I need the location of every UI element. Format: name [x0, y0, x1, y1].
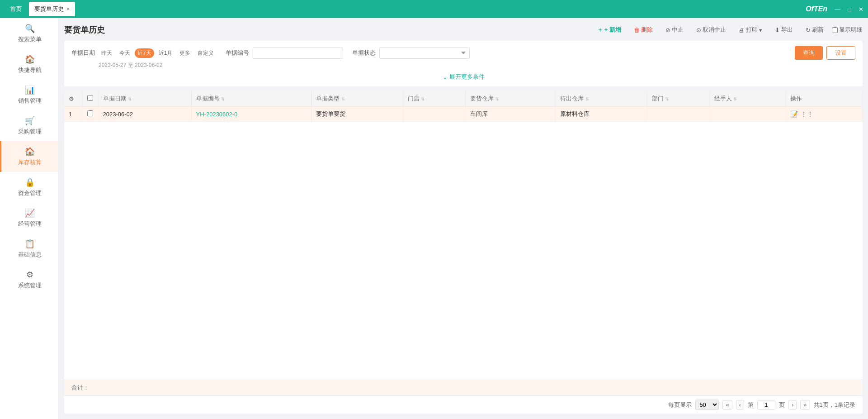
- row-store: [403, 107, 465, 122]
- col-department[interactable]: 部门 ⇅: [647, 91, 709, 107]
- action-icons: 📝 ⋮⋮: [790, 110, 858, 118]
- row-action: 📝 ⋮⋮: [786, 107, 863, 122]
- sidebar-label-sales-mgmt: 销售管理: [18, 97, 42, 105]
- sidebar-item-purchase-mgmt[interactable]: 🛒 采购管理: [0, 110, 58, 141]
- order-no-input[interactable]: [253, 48, 343, 59]
- more-icon[interactable]: ⋮⋮: [801, 110, 813, 118]
- pagination-bar: 每页显示 50 10 20 100 « ‹ 第 页 › » 共1页，1条记录: [64, 395, 863, 414]
- expand-more-label: 展开更多条件: [449, 73, 485, 81]
- col-handler[interactable]: 经手人 ⇅: [709, 91, 786, 107]
- date-yesterday[interactable]: 昨天: [99, 48, 115, 58]
- show-detail-label: 显示明细: [839, 26, 863, 34]
- order-no-link[interactable]: YH-20230602-0: [196, 111, 238, 118]
- tab-close-icon[interactable]: ×: [66, 6, 70, 12]
- sidebar-item-basic-info[interactable]: 📋 基础信息: [0, 233, 58, 264]
- total-label: 合计：: [71, 384, 89, 392]
- delete-label: 删除: [641, 26, 653, 34]
- sort-department-icon: ⇅: [665, 96, 669, 101]
- date-more[interactable]: 更多: [177, 48, 193, 58]
- first-page-button[interactable]: «: [722, 400, 732, 409]
- sidebar-label-system-mgmt: 系统管理: [18, 281, 42, 290]
- tab-requisition-history[interactable]: 要货单历史 ×: [29, 2, 75, 16]
- export-icon: ⬇: [775, 27, 780, 33]
- date-last1month[interactable]: 近1月: [156, 48, 175, 58]
- finance-mgmt-icon: 🔒: [25, 177, 35, 187]
- row-order-type: 要货单要货: [311, 107, 403, 122]
- edit-icon[interactable]: 📝: [790, 110, 798, 118]
- tab-home[interactable]: 首页: [5, 2, 27, 16]
- date-today[interactable]: 今天: [117, 48, 133, 58]
- col-pending-warehouse[interactable]: 待出仓库 ⇅: [556, 91, 647, 107]
- stop-icon: ⊘: [665, 27, 670, 33]
- sidebar-item-quick-nav[interactable]: 🏠 快捷导航: [0, 49, 58, 80]
- col-order-no[interactable]: 单据编号 ⇅: [191, 91, 311, 107]
- total-info: 共1页，1条记录: [814, 401, 855, 409]
- cancel-stop-label: 取消中止: [703, 26, 726, 34]
- refresh-label: 刷新: [812, 26, 824, 34]
- sidebar-label-inventory: 库存核算: [18, 158, 42, 167]
- maximize-icon[interactable]: □: [848, 6, 851, 13]
- new-button[interactable]: ＋ + 新增: [593, 24, 626, 36]
- new-icon: ＋: [597, 26, 603, 34]
- sort-handler-icon: ⇅: [733, 96, 737, 101]
- date-last7days[interactable]: 近7天: [135, 48, 154, 58]
- sidebar-item-finance-mgmt[interactable]: 🔒 资金管理: [0, 172, 58, 203]
- select-all-checkbox[interactable]: [87, 95, 93, 101]
- expand-more[interactable]: ⌄ 展开更多条件: [71, 73, 855, 81]
- row-department: [647, 107, 709, 122]
- date-custom[interactable]: 自定义: [195, 48, 217, 58]
- table-header: ⚙ 单据日期 ⇅ 单据编号 ⇅: [64, 91, 863, 107]
- col-action: 操作: [786, 91, 863, 107]
- print-button[interactable]: 🖨 打印 ▾: [734, 24, 767, 36]
- system-mgmt-icon: ⚙: [26, 270, 33, 280]
- sidebar-label-purchase-mgmt: 采购管理: [18, 128, 42, 136]
- show-detail-toggle[interactable]: 显示明细: [832, 26, 863, 34]
- minimize-icon[interactable]: —: [835, 6, 840, 13]
- order-status-filter: 单据状态: [352, 48, 470, 59]
- stop-button[interactable]: ⊘ 中止: [661, 24, 688, 36]
- sidebar-label-basic-info: 基础信息: [18, 251, 42, 259]
- sort-req-warehouse-icon: ⇅: [495, 96, 499, 101]
- col-date[interactable]: 单据日期 ⇅: [98, 91, 191, 107]
- search-menu-icon: 🔍: [25, 24, 35, 33]
- cancel-stop-button[interactable]: ⊙ 取消中止: [692, 24, 731, 36]
- print-dropdown-icon: ▾: [759, 27, 762, 33]
- export-button[interactable]: ⬇ 导出: [770, 24, 797, 36]
- settings-button[interactable]: 设置: [826, 46, 855, 60]
- refresh-icon: ↻: [806, 27, 811, 33]
- row-checkbox: [82, 107, 98, 122]
- next-page-button[interactable]: ›: [788, 400, 797, 409]
- order-no-filter: 单据编号: [226, 48, 343, 59]
- order-status-select[interactable]: [379, 48, 470, 59]
- row-select-checkbox[interactable]: [87, 110, 93, 116]
- table-footer: 合计：: [64, 380, 863, 395]
- per-page-label: 每页显示: [668, 401, 692, 409]
- col-checkbox: [82, 91, 98, 107]
- quick-nav-icon: 🏠: [25, 54, 35, 64]
- prev-page-button[interactable]: ‹: [736, 400, 744, 409]
- row-req-warehouse: 车间库: [465, 107, 555, 122]
- sidebar-item-sales-mgmt[interactable]: 📊 销售管理: [0, 80, 58, 110]
- sidebar-item-search-menu[interactable]: 🔍 搜索菜单: [0, 18, 58, 49]
- refresh-button[interactable]: ↻ 刷新: [801, 24, 828, 36]
- col-order-type[interactable]: 单据类型 ⇅: [311, 91, 403, 107]
- col-store[interactable]: 门店 ⇅: [403, 91, 465, 107]
- row-pending-warehouse: 原材料仓库: [556, 107, 647, 122]
- show-detail-checkbox[interactable]: [832, 27, 838, 33]
- inventory-icon: 🏠: [25, 147, 35, 157]
- sidebar-item-system-mgmt[interactable]: ⚙ 系统管理: [0, 264, 58, 295]
- export-label: 导出: [781, 26, 793, 34]
- per-page-select[interactable]: 50 10 20 100: [695, 400, 719, 410]
- toolbar: ＋ + 新增 🗑 删除 ⊘ 中止 ⊙ 取消中止 🖨 打印: [593, 24, 863, 36]
- delete-button[interactable]: 🗑 删除: [629, 24, 657, 36]
- page-input[interactable]: [757, 400, 775, 409]
- col-req-warehouse[interactable]: 要货仓库 ⇅: [465, 91, 555, 107]
- page-suffix: 页: [779, 401, 785, 409]
- table-container: ⚙ 单据日期 ⇅ 单据编号 ⇅: [64, 91, 863, 414]
- sidebar-item-operations-mgmt[interactable]: 📈 经营管理: [0, 203, 58, 233]
- query-button[interactable]: 查询: [795, 46, 823, 60]
- col-settings[interactable]: ⚙: [64, 91, 82, 107]
- sidebar-item-inventory[interactable]: 🏠 库存核算: [0, 141, 58, 172]
- last-page-button[interactable]: »: [800, 400, 810, 409]
- close-icon[interactable]: ✕: [859, 6, 863, 13]
